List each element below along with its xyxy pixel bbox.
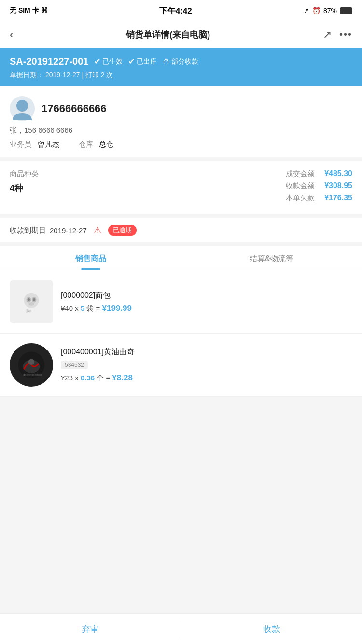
status-badge-shipped: ✔ 已出库	[128, 57, 157, 66]
tab-products[interactable]: 销售商品	[0, 246, 181, 270]
product-info-2: [000400001]黄油曲奇 534532 ¥23 x 0.36 个 = ¥8…	[61, 347, 352, 383]
back-button[interactable]: ‹	[10, 28, 13, 41]
summary-left: 商品种类 4种	[10, 169, 39, 194]
order-id: SA-20191227-001	[10, 56, 88, 67]
status-left: 无 SIM 卡 ⌘	[10, 6, 48, 15]
product-name-1: [0000002]面包	[61, 291, 352, 301]
alarm-icon: ⏰	[312, 7, 320, 14]
print-info: | 打印 2 次	[82, 71, 113, 79]
product-price-2: ¥23 x 0.36 个 = ¥8.28	[61, 373, 352, 383]
svg-point-10	[28, 359, 34, 365]
customer-detail: 业务员 曾凡杰 仓库 总仓	[10, 140, 352, 149]
order-meta: 单据日期： 2019-12-27 | 打印 2 次	[10, 71, 352, 80]
location-icon: ↗	[304, 7, 309, 14]
table-row: darkened whale [000400001]黄油曲奇 534532 ¥2…	[0, 334, 362, 397]
page-title: 销货单详情(来自电脑)	[126, 29, 210, 41]
check-icon-1: ✔	[94, 57, 100, 66]
status-time: 下午4:42	[159, 5, 192, 16]
amount-label: 成交金额	[286, 169, 315, 179]
salesperson-field: 业务员 曾凡杰	[10, 140, 59, 149]
tab-bar: 销售商品 结算&物流等	[0, 246, 362, 270]
qty-1: 5	[81, 304, 84, 312]
product-image-1: 购+	[10, 280, 53, 323]
status-right: ↗ ⏰ 87%	[304, 7, 352, 14]
received-label: 收款金额	[286, 182, 315, 191]
price-1: ¥40	[61, 304, 73, 312]
owed-label: 本单欠款	[286, 194, 315, 203]
bottom-bar: 弃审 收款	[0, 613, 362, 644]
amount-value: ¥485.30	[324, 169, 352, 179]
warehouse-label: 仓库	[79, 140, 93, 148]
svg-point-0	[16, 100, 28, 112]
due-date-bar: 收款到期日 2019-12-27 ⚠ 已逾期	[0, 218, 362, 242]
qty-2: 0.36	[81, 374, 95, 382]
summary-right: 成交金额 ¥485.30 收款金额 ¥308.95 本单欠款 ¥176.35	[286, 169, 352, 206]
svg-point-4	[28, 298, 30, 301]
order-header: SA-20191227-001 ✔ 已生效 ✔ 已出库 ⏱ 部分收款 单据日期：…	[0, 48, 362, 86]
check-icon-2: ✔	[128, 57, 135, 66]
battery-icon	[340, 7, 352, 14]
more-button[interactable]: •••	[339, 29, 352, 40]
reject-button[interactable]: 弃审	[0, 614, 181, 644]
order-header-top: SA-20191227-001 ✔ 已生效 ✔ 已出库 ⏱ 部分收款	[10, 56, 352, 67]
category-count: 4种	[10, 182, 39, 194]
status-shipped-label: 已出库	[137, 57, 157, 66]
due-date-value: 2019-12-27	[50, 226, 87, 235]
collect-payment-button[interactable]: 收款	[181, 614, 362, 644]
status-badge-partial: ⏱ 部分收款	[163, 57, 198, 66]
status-badge-effective: ✔ 已生效	[94, 57, 123, 66]
customer-card: 17666666666 张，156 6666 6666 业务员 曾凡杰 仓库 总…	[0, 86, 362, 157]
status-partial-label: 部分收款	[171, 57, 198, 66]
price-2: ¥23	[61, 374, 73, 382]
warning-icon: ⚠	[94, 225, 101, 236]
nav-actions: ↗ •••	[323, 28, 352, 41]
product-info-1: [0000002]面包 ¥40 x 5 袋 = ¥199.99	[61, 291, 352, 313]
amount-row: 成交金额 ¥485.30	[286, 169, 352, 179]
received-row: 收款金额 ¥308.95	[286, 182, 352, 191]
category-label: 商品种类	[10, 169, 39, 179]
warehouse-value: 总仓	[99, 140, 113, 148]
nav-bar: ‹ 销货单详情(来自电脑) ↗ •••	[0, 21, 362, 48]
status-effective-label: 已生效	[102, 57, 123, 66]
avatar	[10, 96, 35, 121]
customer-phone: 17666666666	[42, 102, 107, 115]
warehouse-field: 仓库 总仓	[79, 140, 114, 149]
unit-1: 袋	[86, 304, 94, 312]
total-2: ¥8.28	[112, 373, 133, 382]
owed-value: ¥176.35	[324, 194, 352, 203]
summary-card: 商品种类 4种 成交金额 ¥485.30 收款金额 ¥308.95 本单欠款 ¥…	[0, 161, 362, 214]
svg-point-5	[33, 298, 36, 301]
svg-text:darkened whale: darkened whale	[23, 373, 42, 376]
status-bar: 无 SIM 卡 ⌘ 下午4:42 ↗ ⏰ 87%	[0, 0, 362, 21]
share-button[interactable]: ↗	[323, 28, 332, 41]
table-row: 购+ [0000002]面包 ¥40 x 5 袋 = ¥199.99	[0, 270, 362, 334]
received-value: ¥308.95	[324, 182, 352, 191]
total-1: ¥199.99	[102, 304, 132, 313]
product-image-2: darkened whale	[10, 343, 53, 387]
product-tag-2: 534532	[61, 361, 88, 369]
product-name-2: [000400001]黄油曲奇	[61, 347, 352, 357]
battery-level: 87%	[323, 7, 337, 14]
tab-settlement[interactable]: 结算&物流等	[181, 246, 362, 270]
salesperson-label: 业务员	[10, 140, 31, 148]
product-price-1: ¥40 x 5 袋 = ¥199.99	[61, 304, 352, 313]
salesperson-value: 曾凡杰	[38, 140, 59, 148]
customer-top: 17666666666	[10, 96, 352, 121]
overdue-badge: 已逾期	[108, 225, 137, 236]
order-date: 2019-12-27	[45, 71, 80, 79]
svg-text:购+: 购+	[26, 309, 32, 313]
unit-2: 个	[97, 374, 104, 382]
svg-point-6	[28, 302, 34, 306]
product-list: 购+ [0000002]面包 ¥40 x 5 袋 = ¥199.99	[0, 270, 362, 397]
customer-contact: 张，156 6666 6666	[10, 126, 352, 135]
svg-point-1	[24, 293, 39, 308]
date-label: 单据日期：	[10, 71, 43, 79]
clock-icon: ⏱	[163, 58, 169, 66]
owed-row: 本单欠款 ¥176.35	[286, 194, 352, 203]
due-date-label: 收款到期日	[10, 226, 46, 235]
